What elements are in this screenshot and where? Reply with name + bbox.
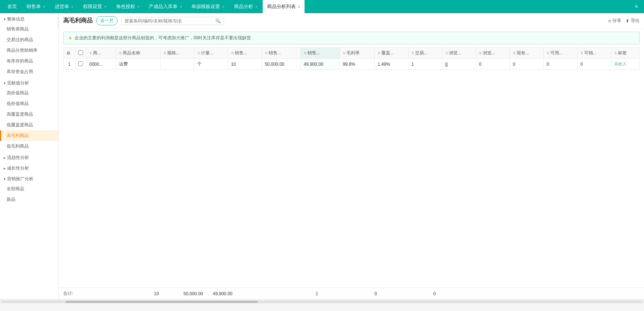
sort-icon: ⇅ [343,51,346,55]
nav-item-analysis-list[interactable]: 商品分析列表 × [263,0,305,13]
sort-icon: ⇅ [304,51,307,55]
cell-gross-margin: 99.8% [339,59,374,70]
col-coverage[interactable]: ⇅ 覆盖... [374,48,408,59]
cell-coverage: 1.49% [374,59,408,70]
cell-sale-amt: 50,000.00 [262,59,301,70]
footer-cells: 10 50,000.00 49,900.00 1 0 0 [78,291,460,296]
nav-item-template[interactable]: 单据模板设置 × [187,0,229,13]
cell-spec [160,59,194,70]
col-sale-qty[interactable]: ⇅ 销售... [228,48,262,59]
table-row: 1 0000... 运费 [64,59,640,70]
filter-button[interactable]: 近一月 [96,16,118,25]
sidebar-item-low-coverage[interactable]: 低覆盖度商品 [0,120,58,130]
sort-icon: ⇅ [89,51,92,55]
search-input[interactable] [125,18,214,23]
nav-item-sales[interactable]: 销售单 × [22,0,50,13]
col-tag[interactable]: ⇅ 标签 [611,48,639,59]
nav-item-purchase[interactable]: 进货单 × [50,0,78,13]
sidebar-item-traded-goods[interactable]: 交易过的商品 [0,35,58,45]
select-all-checkbox[interactable] [78,50,83,55]
sidebar-collapse-button[interactable]: « [58,17,59,27]
search-icon[interactable]: 🔍 [215,18,221,23]
sidebar-section-growth[interactable]: ▸ 成长性分析 [0,162,58,173]
horizontal-scrollbar[interactable] [0,299,644,304]
close-icon[interactable]: × [180,5,182,9]
nav-item-home[interactable]: 首页 [3,0,21,13]
footer-trade [239,291,313,296]
close-icon[interactable]: × [104,5,107,9]
sort-icon: ⇅ [479,51,482,55]
sidebar-section-contribution[interactable]: ▾ 贡献值分析 [0,77,58,88]
share-button[interactable]: ⎋ 分享 [608,18,621,24]
nav-item-role[interactable]: 角色授权 × [112,0,144,13]
sidebar-item-low-value[interactable]: 低价值商品 [0,98,58,109]
top-navigation: 首页 销售单 × 进货单 × 权限设置 × 角色授权 × 产成品入库单 × 单据… [0,0,644,13]
row-checkbox[interactable] [78,61,83,66]
cell-tag: 高收入 [611,59,639,70]
sort-icon: ⇅ [580,51,583,55]
main-layout: « ▾ 整体信息 销售类商品 交易过的商品 商品分类助销率 有库存的商品 库存资… [0,13,644,299]
sort-icon: ⇅ [378,51,381,55]
table-container: ⚙ ⇅ 商... ⇅ [59,47,644,288]
sidebar-section-trend[interactable]: ▸ 流趋性分析 [0,152,58,162]
cell-saleable: 0 [577,59,611,70]
col-settings[interactable]: ⚙ [64,48,75,59]
sidebar-item-in-stock[interactable]: 有库存的商品 [0,56,58,66]
col-unit[interactable]: ⇅ 计量... [194,48,228,59]
chevron-down-icon: ▾ [4,81,6,85]
cell-sale-cost: 49,900.00 [301,59,339,70]
sidebar-item-high-coverage[interactable]: 高覆盖度商品 [0,109,58,120]
sort-icon: ⇅ [119,51,122,55]
nav-item-analysis[interactable]: 商品分析 × [230,0,262,13]
nav-item-permission[interactable]: 权限设置 × [79,0,111,13]
footer-browse2-val: 0 [371,291,401,296]
col-code[interactable]: ⇅ 商... [86,48,116,59]
close-icon[interactable]: × [71,5,73,9]
col-gross-margin[interactable]: ⇅ 毛利率 [339,48,374,59]
nav-item-product-in[interactable]: 产成品入库单 × [144,0,186,13]
footer-bar: 合计: 10 50,000.00 49,900.00 1 0 0 [59,288,644,299]
col-name[interactable]: ⇅ 商品名称 [116,48,160,59]
sidebar-section-marketing[interactable]: ▾ 营销推广分析 [0,173,58,184]
close-icon[interactable]: × [43,5,45,9]
footer-browse2 [342,291,371,296]
sort-icon: ⇅ [265,51,268,55]
chevron-down-icon: ▾ [4,177,6,181]
sidebar-item-category-rate[interactable]: 商品分类助销率 [0,45,58,56]
sidebar-item-all-goods[interactable]: 全部商品 [0,184,58,194]
close-icon[interactable]: × [298,5,300,9]
close-icon[interactable]: × [137,5,140,9]
col-checkbox [75,48,86,59]
cell-browse1[interactable]: 0 [442,59,476,70]
col-sale-amt[interactable]: ⇅ 销售... [262,48,301,59]
sidebar-item-high-value[interactable]: 高价值商品 [0,88,58,98]
cell-browse2: 0 [476,59,510,70]
sidebar-item-stock-capital[interactable]: 库存资金占用 [0,66,58,77]
export-button[interactable]: ⬆ 导出 [626,18,640,24]
col-saleable[interactable]: ⇅ 可销... [577,48,611,59]
cell-trade: 1 [408,59,442,70]
sidebar-item-new-goods[interactable]: 新品 [0,194,58,205]
footer-sale-qty [78,291,151,296]
scrollbar-thumb[interactable] [66,301,258,303]
col-sale-cost[interactable]: ⇅ 销售... [301,48,339,59]
cell-name: 运费 [116,59,160,70]
col-current-stock[interactable]: ⇅ 现有... [510,48,543,59]
data-table: ⚙ ⇅ 商... ⇅ [63,47,640,70]
col-spec[interactable]: ⇅ 规格... [160,48,194,59]
search-box: 🔍 [121,17,224,25]
sidebar-item-sales-goods[interactable]: 销售类商品 [0,24,58,35]
col-browse2[interactable]: ⇅ 浏览... [476,48,510,59]
col-trade[interactable]: ⇅ 交易... [408,48,442,59]
close-icon[interactable]: × [255,5,258,9]
info-banner: ✦ 企业的主要的利润都是这部分商品创造的，可考虑加大推广，同时关注库存是不要出现… [63,32,640,44]
scrollbar-track[interactable] [1,301,643,303]
sidebar-item-low-margin[interactable]: 低毛利商品 [0,141,58,152]
close-icon[interactable]: × [222,5,224,9]
col-available[interactable]: ⇅ 可用... [543,48,577,59]
sidebar-item-high-margin[interactable]: 高毛利商品 [0,130,58,141]
sidebar-section-overall[interactable]: ▾ 整体信息 [0,13,58,24]
sort-icon: ⇅ [547,51,550,55]
col-browse1[interactable]: ⇅ 浏览... [442,48,476,59]
close-all-button[interactable]: × [632,3,641,10]
